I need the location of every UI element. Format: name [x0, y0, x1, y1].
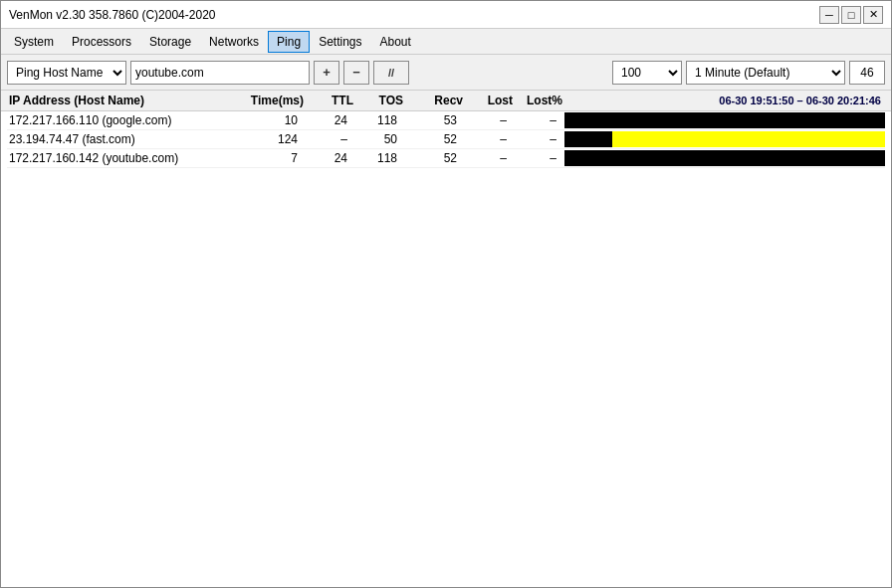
cell-tos: 118 — [355, 112, 405, 128]
menu-bar: System Processors Storage Networks Ping … — [1, 29, 891, 55]
cell-chart — [564, 150, 885, 166]
table-row[interactable]: 23.194.74.47 (fast.com) 124 – 50 52 – – — [7, 130, 885, 149]
cell-time: 10 — [226, 112, 306, 128]
interval-dropdown[interactable]: 1 Minute (Default) — [686, 61, 845, 85]
main-window: VenMon v2.30 358.7860 (C)2004-2020 ─ □ ✕… — [0, 0, 892, 588]
cell-ttl: – — [306, 131, 355, 147]
table-header: IP Address (Host Name) Time(ms) TTL TOS … — [1, 91, 891, 111]
cell-lost: – — [465, 112, 515, 128]
menu-item-system[interactable]: System — [5, 31, 63, 53]
header-lost-pct: Lost% — [515, 93, 564, 108]
pause-button[interactable]: // — [373, 61, 409, 85]
header-tos: TOS — [355, 93, 405, 108]
toolbar: Ping Host Name + − // 100 1 Minute (Defa… — [1, 55, 891, 91]
cell-lost-pct: – — [515, 150, 564, 166]
header-recv: Recv — [405, 93, 465, 108]
cell-lost: – — [465, 131, 515, 147]
title-bar: VenMon v2.30 358.7860 (C)2004-2020 ─ □ ✕ — [1, 1, 891, 29]
cell-ip: 172.217.166.110 (google.com) — [7, 112, 226, 128]
cell-chart — [564, 112, 885, 128]
cell-lost: – — [465, 150, 515, 166]
cell-ttl: 24 — [306, 112, 355, 128]
menu-item-storage[interactable]: Storage — [140, 31, 200, 53]
header-chart-range: 06-30 19:51:50 – 06-30 20:21:46 — [564, 93, 885, 108]
count-dropdown[interactable]: 100 — [612, 61, 682, 85]
content-area: IP Address (Host Name) Time(ms) TTL TOS … — [1, 91, 891, 587]
cell-lost-pct: – — [515, 131, 564, 147]
table-body: 172.217.166.110 (google.com) 10 24 118 5… — [1, 111, 891, 587]
menu-item-settings[interactable]: Settings — [310, 31, 370, 53]
close-button[interactable]: ✕ — [863, 6, 883, 24]
cell-recv: 52 — [405, 131, 465, 147]
cell-ttl: 24 — [306, 150, 355, 166]
cell-tos: 50 — [355, 131, 405, 147]
cell-recv: 53 — [405, 112, 465, 128]
table-row[interactable]: 172.217.166.110 (google.com) 10 24 118 5… — [7, 111, 885, 130]
header-ip: IP Address (Host Name) — [7, 93, 226, 108]
cell-time: 124 — [226, 131, 306, 147]
menu-item-processors[interactable]: Processors — [63, 31, 140, 53]
minimize-button[interactable]: ─ — [819, 6, 839, 24]
cell-recv: 52 — [405, 150, 465, 166]
cell-tos: 118 — [355, 150, 405, 166]
header-lost: Lost — [465, 93, 515, 108]
cell-time: 7 — [226, 150, 306, 166]
menu-item-about[interactable]: About — [370, 31, 419, 53]
cell-chart — [564, 131, 885, 147]
cell-lost-pct: – — [515, 112, 564, 128]
table-row[interactable]: 172.217.160.142 (youtube.com) 7 24 118 5… — [7, 149, 885, 168]
menu-item-networks[interactable]: Networks — [200, 31, 268, 53]
host-type-dropdown[interactable]: Ping Host Name — [7, 61, 126, 85]
maximize-button[interactable]: □ — [841, 6, 861, 24]
remove-button[interactable]: − — [343, 61, 369, 85]
menu-item-ping[interactable]: Ping — [268, 31, 310, 53]
cell-ip: 172.217.160.142 (youtube.com) — [7, 150, 226, 166]
header-ttl: TTL — [306, 93, 355, 108]
window-controls: ─ □ ✕ — [819, 6, 883, 24]
counter-display: 46 — [849, 61, 885, 85]
header-time: Time(ms) — [226, 93, 306, 108]
window-title: VenMon v2.30 358.7860 (C)2004-2020 — [9, 8, 216, 22]
host-input[interactable] — [130, 61, 310, 85]
cell-ip: 23.194.74.47 (fast.com) — [7, 131, 226, 147]
add-button[interactable]: + — [314, 61, 339, 85]
